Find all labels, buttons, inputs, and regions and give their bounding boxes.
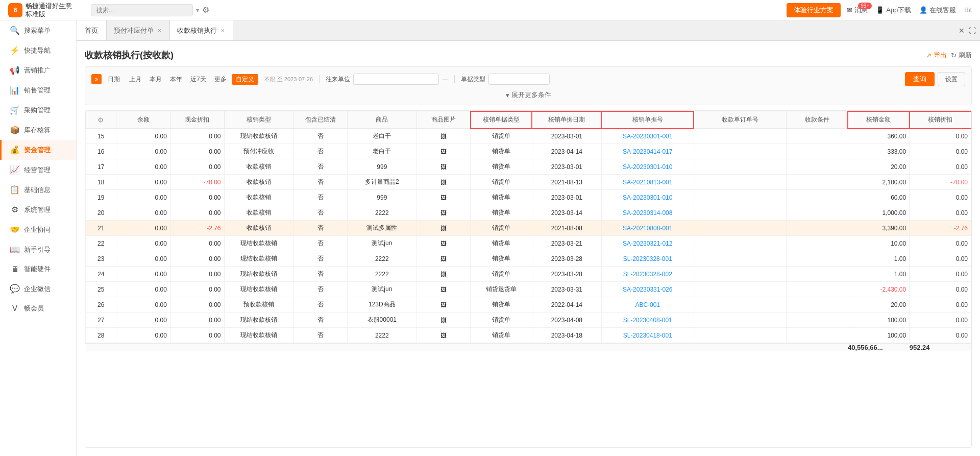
- service-icon: 👤: [919, 6, 927, 14]
- tab-receipt-cancel[interactable]: 收款核销执行 ×: [170, 20, 233, 40]
- sidebar-item-finance[interactable]: 💰 资金管理: [0, 140, 76, 160]
- sidebar-item-wechat[interactable]: 💬 企业微信: [0, 279, 76, 299]
- cell-cancel-amount: 1.00: [848, 267, 910, 282]
- cell-cancel-bill-date: 2023-03-01: [532, 190, 601, 205]
- sidebar-item-collaboration[interactable]: 🤝 企业协同: [0, 220, 76, 239]
- from-unit-input[interactable]: [353, 74, 439, 85]
- cell-cancel-bill-no[interactable]: SA-20210808-001: [601, 221, 694, 236]
- date-btn-custom[interactable]: 自定义: [232, 74, 258, 85]
- cell-cancel-discount: 0.00: [910, 236, 971, 251]
- cell-cancel-bill-no[interactable]: SA-20230301-010: [601, 159, 694, 175]
- cell-goods-img: 🖼: [416, 144, 471, 159]
- sidebar-item-quick-nav[interactable]: ⚡ 快捷导航: [0, 40, 76, 60]
- cell-cancel-bill-no[interactable]: SA-20210813-001: [601, 175, 694, 190]
- cell-receipt-condition: [786, 313, 848, 328]
- sidebar-item-guide[interactable]: 📖 新手引导: [0, 239, 76, 259]
- date-range-display: 不限 至 2023-07-26: [264, 76, 313, 83]
- cell-cancel-type: 预收款核销: [224, 297, 293, 313]
- cell-balance: 0.00: [116, 144, 170, 159]
- cell-receipt-condition: [786, 175, 848, 190]
- cell-cash-discount: 0.00: [170, 297, 224, 313]
- sidebar-item-search[interactable]: 🔍 搜索菜单: [0, 20, 76, 40]
- cell-goods-img: 🖼: [416, 282, 471, 297]
- cell-cancel-bill-no[interactable]: SA-20230331-026: [601, 282, 694, 297]
- tab-receipt-cancel-close[interactable]: ×: [220, 26, 226, 35]
- table-settings-button[interactable]: 设置: [938, 72, 965, 86]
- th-settings[interactable]: ⚙: [86, 111, 116, 129]
- cell-settled: 否: [293, 175, 348, 190]
- user-name[interactable]: Rit: [964, 7, 972, 14]
- cell-cancel-bill-date: 2022-04-14: [532, 297, 601, 313]
- wechat-icon: 💬: [10, 284, 20, 294]
- industry-solution-button[interactable]: 体验行业方案: [787, 3, 841, 17]
- message-icon-item[interactable]: ✉ 消息 99+: [847, 6, 868, 15]
- date-btn-this-month[interactable]: 本月: [146, 74, 165, 85]
- date-btn-this-year[interactable]: 本年: [167, 74, 185, 85]
- cell-cancel-bill-no[interactable]: SL-20230408-001: [601, 313, 694, 328]
- cell-settled: 否: [293, 236, 348, 251]
- settings-icon[interactable]: ⚙: [202, 5, 209, 15]
- sidebar-label-membership: 畅会员: [24, 304, 44, 313]
- date-btn-more[interactable]: 更多: [211, 74, 230, 85]
- cell-cancel-bill-date: 2023-03-14: [532, 205, 601, 221]
- app-download-item[interactable]: 📱 App下载: [876, 6, 911, 15]
- export-button[interactable]: ↗ 导出: [926, 51, 947, 60]
- cell-cancel-bill-no[interactable]: SA-20230321-012: [601, 236, 694, 251]
- cell-cancel-bill-no[interactable]: SA-20230301-010: [601, 190, 694, 205]
- tab-prepay[interactable]: 预付冲应付单 ×: [107, 20, 170, 40]
- tab-home[interactable]: 首页: [77, 20, 107, 40]
- refresh-button[interactable]: ↻ 刷新: [951, 51, 972, 60]
- cell-cancel-amount: 3,390.00: [848, 221, 910, 236]
- brand-text: 畅捷通谱好生意 标准版: [26, 2, 72, 18]
- cell-cancel-bill-no[interactable]: SL-20230418-001: [601, 328, 694, 344]
- cell-goods: 999: [347, 190, 416, 205]
- cell-cancel-discount: 0.00: [910, 282, 971, 297]
- table-wrapper[interactable]: ⚙ 余额 现金折扣 核销类型 包含已结清 商品 商品图片 核销单据类型 核销单据…: [85, 110, 972, 448]
- topbar-search-input[interactable]: [91, 4, 193, 16]
- sidebar-item-purchase[interactable]: 🛒 采购管理: [0, 100, 76, 120]
- cell-cash-discount: 0.00: [170, 129, 224, 144]
- tab-close-all-button[interactable]: ✕: [959, 27, 965, 35]
- tab-maximize-button[interactable]: ⛶: [969, 27, 976, 35]
- sidebar-item-basic-info[interactable]: 📋 基础信息: [0, 180, 76, 200]
- cell-cancel-discount: 0.00: [910, 251, 971, 267]
- sidebar-item-hardware[interactable]: 🖥 智能硬件: [0, 259, 76, 279]
- cell-balance: 0.00: [116, 159, 170, 175]
- hardware-icon: 🖥: [10, 265, 20, 274]
- sidebar-label-search: 搜索菜单: [24, 26, 51, 35]
- cell-cancel-bill-no[interactable]: SL-20230328-001: [601, 251, 694, 267]
- receipt-type-select[interactable]: [488, 74, 550, 85]
- sidebar-item-system[interactable]: ⚙ 系统管理: [0, 200, 76, 220]
- filter-expand-arrow[interactable]: »: [91, 74, 102, 84]
- cell-cancel-bill-no[interactable]: ABC-001: [601, 297, 694, 313]
- date-btn-7days[interactable]: 近7天: [187, 74, 209, 85]
- query-button[interactable]: 查询: [905, 72, 935, 86]
- sidebar-item-membership[interactable]: V 畅会员: [0, 299, 76, 318]
- sidebar-item-sales[interactable]: 📊 销售管理: [0, 80, 76, 100]
- app-icon: 📱: [876, 6, 884, 14]
- search-chevron-icon[interactable]: ▾: [196, 7, 199, 14]
- online-service-item[interactable]: 👤 在线客服: [919, 6, 956, 15]
- sidebar-label-basic-info: 基础信息: [24, 185, 51, 195]
- th-goods: 商品: [347, 111, 416, 129]
- cell-cancel-bill-no[interactable]: SL-20230328-002: [601, 267, 694, 282]
- cell-cancel-bill-no[interactable]: SA-20230314-008: [601, 205, 694, 221]
- cell-goods: 多计量商品2: [347, 175, 416, 190]
- filter-divider-1: [319, 75, 320, 83]
- tab-prepay-close[interactable]: ×: [157, 26, 162, 35]
- sidebar-item-operations[interactable]: 📈 经营管理: [0, 160, 76, 180]
- cell-cancel-type: 收款核销: [224, 159, 293, 175]
- from-unit-dots[interactable]: ···: [442, 75, 448, 83]
- cell-goods: 测试jun: [347, 282, 416, 297]
- sidebar-item-inventory[interactable]: 📦 库存核算: [0, 120, 76, 140]
- sidebar-item-marketing[interactable]: 📢 营销推广: [0, 60, 76, 80]
- expand-more-button[interactable]: ▾ 展开更多条件: [506, 90, 551, 100]
- cell-receipt-condition: [786, 205, 848, 221]
- cell-cancel-bill-no[interactable]: SA-20230301-001: [601, 129, 694, 144]
- cell-receipt-condition: [786, 251, 848, 267]
- cell-cash-discount: 0.00: [170, 251, 224, 267]
- cell-cancel-bill-no[interactable]: SA-20230414-017: [601, 144, 694, 159]
- date-btn-last-month[interactable]: 上月: [126, 74, 144, 85]
- cell-cancel-type: 收款核销: [224, 205, 293, 221]
- th-cancel-bill-type: 核销单据类型: [471, 111, 532, 129]
